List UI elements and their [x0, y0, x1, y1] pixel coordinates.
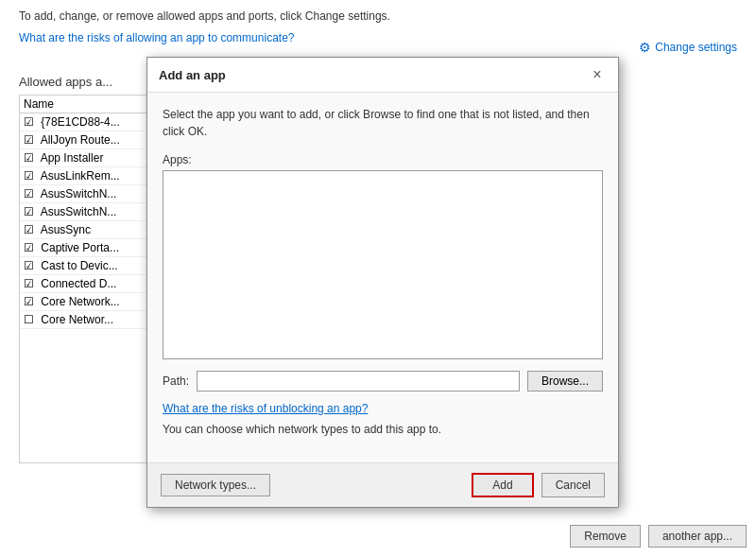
- bottom-buttons: Remove another app...: [570, 525, 747, 548]
- risk-link-background[interactable]: What are the risks of allowing an app to…: [19, 31, 294, 44]
- cancel-button[interactable]: Cancel: [541, 473, 605, 497]
- settings-icon: [620, 40, 635, 55]
- modal-instructions: Select the app you want to add, or click…: [163, 106, 603, 140]
- app-checkbox-0[interactable]: ☑: [24, 115, 34, 129]
- apps-listbox[interactable]: [163, 170, 603, 359]
- change-settings-label[interactable]: Change settings: [655, 41, 737, 54]
- add-app-modal: Add an app × Select the app you want to …: [146, 57, 619, 508]
- network-info-text: You can choose which network types to ad…: [163, 423, 603, 436]
- risk-link-modal[interactable]: What are the risks of unblocking an app?: [163, 402, 368, 415]
- footer-right-buttons: Add Cancel: [472, 473, 605, 497]
- top-instruction-text: To add, change, or remove allowed apps a…: [19, 9, 737, 23]
- modal-titlebar: Add an app ×: [147, 58, 618, 93]
- app-checkbox-1[interactable]: ☑: [24, 133, 34, 147]
- app-checkbox-3[interactable]: ☑: [24, 169, 34, 183]
- app-checkbox-4[interactable]: ☑: [24, 187, 34, 200]
- modal-title: Add an app: [159, 68, 226, 82]
- change-settings-button[interactable]: ⚙ Change settings: [620, 40, 737, 55]
- app-checkbox-8[interactable]: ☑: [24, 259, 34, 272]
- app-checkbox-9[interactable]: ☑: [24, 277, 34, 290]
- app-checkbox-6[interactable]: ☑: [24, 223, 34, 236]
- add-button[interactable]: Add: [472, 473, 533, 497]
- app-checkbox-11[interactable]: ☐: [24, 313, 34, 326]
- apps-label: Apps:: [163, 153, 603, 166]
- modal-close-button[interactable]: ×: [588, 65, 607, 84]
- app-checkbox-7[interactable]: ☑: [24, 241, 34, 254]
- another-app-button[interactable]: another app...: [648, 525, 747, 548]
- modal-body: Select the app you want to add, or click…: [147, 93, 618, 462]
- browse-button[interactable]: Browse...: [527, 371, 603, 392]
- app-checkbox-10[interactable]: ☑: [24, 295, 34, 308]
- path-input[interactable]: [197, 371, 520, 392]
- app-checkbox-5[interactable]: ☑: [24, 205, 34, 218]
- gear-icon: ⚙: [639, 40, 651, 55]
- path-row: Path: Browse...: [163, 371, 603, 392]
- modal-footer: Network types... Add Cancel: [147, 462, 618, 507]
- app-checkbox-2[interactable]: ☑: [24, 151, 34, 165]
- remove-button[interactable]: Remove: [570, 525, 641, 548]
- path-label: Path:: [163, 374, 189, 388]
- network-types-button[interactable]: Network types...: [161, 474, 270, 496]
